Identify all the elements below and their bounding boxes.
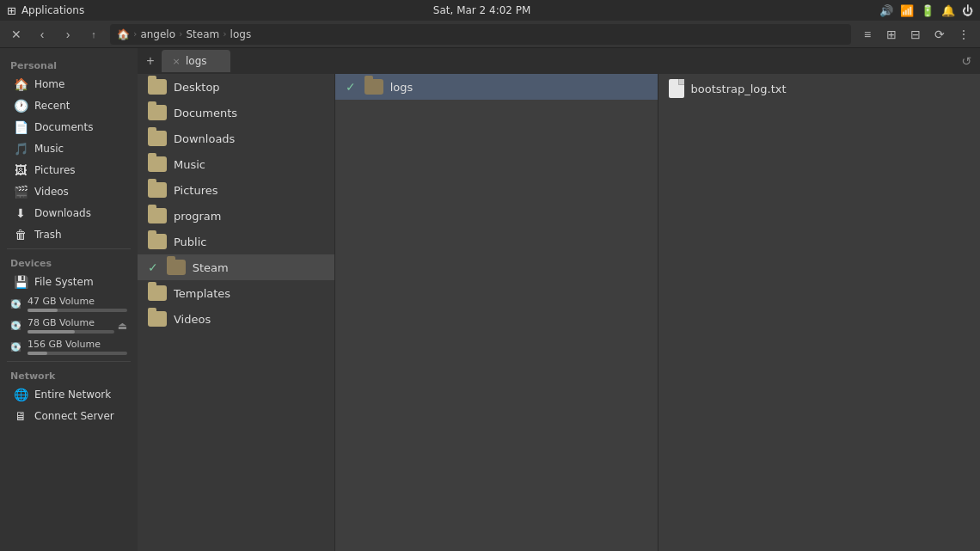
refresh-button[interactable]: ⟳ [930,25,949,44]
list-view-button[interactable]: ≡ [858,25,877,44]
wifi-icon[interactable]: 📶 [900,4,914,17]
videos-icon: 🎬 [14,185,28,199]
file-bootstrap-log-label: bootstrap_log.txt [691,83,787,95]
folder-downloads-icon [148,131,167,146]
music-icon: 🎵 [14,142,28,156]
overflow-menu-button[interactable]: ⋮ [954,25,973,44]
vol156-progress-bg [28,352,127,355]
file-bootstrap-log[interactable]: bootstrap_log.txt [658,74,981,103]
trash-icon: 🗑 [14,228,28,242]
folder-documents-label: Documents [174,107,237,119]
folder-documents-icon [148,105,167,120]
recent-icon: 🕐 [14,99,28,113]
folder-steam[interactable]: ✓ Steam [138,254,334,280]
pictures-icon: 🖼 [14,163,28,177]
vol156-label: 156 GB Volume [28,339,127,350]
folder-pictures[interactable]: Pictures [138,177,334,203]
sidebar-item-trash[interactable]: 🗑 Trash [3,224,134,245]
sidebar-downloads-label: Downloads [34,207,91,219]
sidebar-item-downloads[interactable]: ⬇ Downloads [3,203,134,223]
sidebar-item-music[interactable]: 🎵 Music [3,138,134,159]
folder-desktop[interactable]: Desktop [138,74,334,100]
folder-music-label: Music [174,158,205,171]
folder-program[interactable]: program [138,203,334,229]
folder-desktop-icon [148,79,167,95]
vol47-progress-fill [28,309,58,312]
folder-program-icon [148,208,167,223]
folder-downloads-label: Downloads [174,132,235,145]
vol47-label: 47 GB Volume [28,296,127,307]
sidebar-item-vol47[interactable]: 💽 47 GB Volume [0,293,138,315]
logs-check-icon: ✓ [346,80,356,94]
file-bootstrap-log-icon [669,79,684,98]
breadcrumb-logs[interactable]: logs [230,28,252,40]
notifications-icon[interactable]: 🔔 [941,4,955,17]
app-menu-icon[interactable]: ⊞ [7,4,16,17]
sidebar-item-home[interactable]: 🏠 Home [3,74,134,95]
sidebar-item-videos[interactable]: 🎬 Videos [3,181,134,202]
sidebar-music-label: Music [34,143,64,155]
grid-view-button[interactable]: ⊞ [882,25,901,44]
folder-public[interactable]: Public [138,229,334,254]
folder-pictures-label: Pictures [174,184,217,197]
logs-tab[interactable]: × logs [162,50,230,72]
battery-icon[interactable]: 🔋 [921,4,934,17]
network-section-label: Network [0,365,138,383]
system-bar: ⊞ Applications Sat, Mar 2 4:02 PM 🔊 📶 🔋 … [0,0,980,21]
sidebar-item-pictures[interactable]: 🖼 Pictures [3,160,134,181]
title-bar-right: ≡ ⊞ ⊟ ⟳ ⋮ [858,25,973,44]
breadcrumb: 🏠 › angelo › Steam › logs [110,24,851,45]
disk-icon-78: 💽 [10,321,24,330]
tab-close-button[interactable]: × [170,55,182,67]
vol47-info: 47 GB Volume [28,296,127,312]
sidebar-pictures-label: Pictures [34,164,76,176]
close-button[interactable]: ✕ [7,25,26,44]
folder-desktop-label: Desktop [174,81,220,94]
vol156-progress-fill [28,352,47,355]
folder-videos[interactable]: Videos [138,306,334,332]
sidebar-item-recent[interactable]: 🕐 Recent [3,95,134,116]
split-view-button[interactable]: ⊟ [906,25,925,44]
breadcrumb-angelo[interactable]: angelo [140,28,175,40]
sidebar-item-filesystem[interactable]: 💾 File System [3,272,134,292]
folder-videos-label: Videos [174,313,211,326]
forward-button[interactable]: › [58,25,77,44]
devices-section-label: Devices [0,253,138,271]
vol78-info: 78 GB Volume [28,317,114,334]
sidebar-trash-label: Trash [34,229,62,241]
up-button[interactable]: ↑ [84,25,103,44]
sidebar-filesystem-label: File System [34,276,94,288]
sidebar-home-label: Home [34,78,64,90]
file-panes: Desktop Documents Downloads Music Pictur… [138,74,980,551]
folder-public-label: Public [174,236,206,248]
folder-templates[interactable]: Templates [138,280,334,306]
sidebar-item-vol156[interactable]: 💽 156 GB Volume [0,336,138,358]
breadcrumb-steam[interactable]: Steam [186,28,219,40]
vol78-label: 78 GB Volume [28,317,114,328]
sidebar: Personal 🏠 Home 🕐 Recent 📄 Documents 🎵 M… [0,48,138,551]
tab-add-button[interactable]: + [141,52,160,70]
back-button[interactable]: ‹ [33,25,52,44]
breadcrumb-home-icon[interactable]: 🏠 [117,28,130,40]
pane-logs: bootstrap_log.txt [658,74,981,551]
tab-history-icon[interactable]: ↺ [956,54,977,68]
sidebar-item-connect-server[interactable]: 🖥 Connect Server [3,406,134,426]
folder-logs[interactable]: ✓ logs [335,74,658,100]
system-bar-left: ⊞ Applications [7,4,84,17]
folder-templates-icon [148,285,167,301]
app-title: Applications [21,4,84,16]
folder-logs-label: logs [390,81,413,94]
folder-music[interactable]: Music [138,151,334,177]
sidebar-recent-label: Recent [34,100,70,112]
volume-icon[interactable]: 🔊 [879,4,893,17]
sidebar-documents-label: Documents [34,121,93,133]
folder-documents[interactable]: Documents [138,100,334,126]
folder-templates-label: Templates [174,287,230,300]
folder-downloads[interactable]: Downloads [138,126,334,151]
sidebar-item-vol78[interactable]: 💽 78 GB Volume ⏏ [0,315,138,336]
sidebar-item-entire-network[interactable]: 🌐 Entire Network [3,384,134,405]
sidebar-connect-server-label: Connect Server [34,410,114,422]
power-icon[interactable]: ⏻ [962,4,973,17]
vol78-eject-icon[interactable]: ⏏ [118,320,127,332]
sidebar-item-documents[interactable]: 📄 Documents [3,117,134,138]
